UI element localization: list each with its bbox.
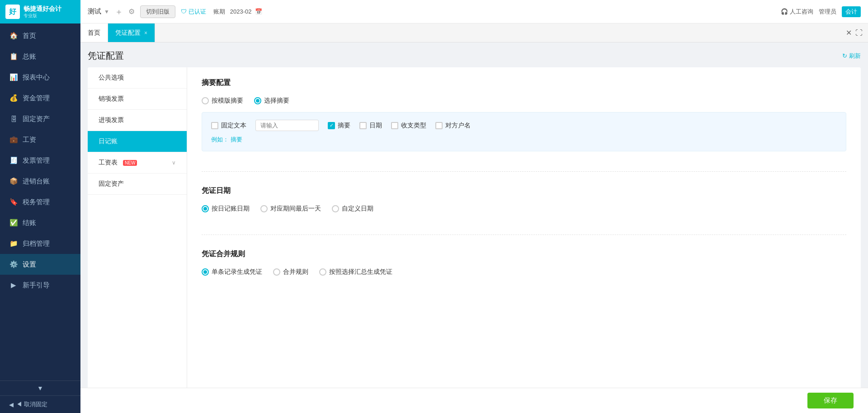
menu-item-fixed-assets[interactable]: 固定资产	[88, 174, 187, 195]
user-label[interactable]: 管理员	[819, 8, 836, 16]
radio-period-last-day-label: 对应期间最后一天	[270, 205, 321, 213]
sidebar-item-archive[interactable]: 📁 归档管理	[0, 233, 80, 254]
assets-icon: 🗄	[9, 114, 18, 123]
checkbox-counterparty-label: 对方户名	[445, 122, 471, 130]
sidebar-label-settings: 设置	[23, 260, 36, 269]
fixed-text-input[interactable]	[255, 120, 319, 131]
radio-aggregate-label: 按照选择汇总生成凭证	[329, 268, 392, 276]
new-badge: NEW	[123, 160, 137, 166]
archive-icon: 📁	[9, 239, 18, 248]
menu-label-public: 公共选项	[99, 74, 124, 82]
header-settings-button[interactable]: ⚙	[128, 7, 135, 16]
close-period-icon: ✅	[9, 218, 18, 227]
sidebar-item-invoice[interactable]: 🧾 发票管理	[0, 150, 80, 171]
radio-period-last-day-circle	[260, 205, 268, 212]
sidebar-item-guide[interactable]: ▶ 新手引导	[0, 275, 80, 296]
sidebar-item-close[interactable]: ✅ 结账	[0, 212, 80, 233]
sidebar-item-report[interactable]: 📊 报表中心	[0, 67, 80, 88]
sidebar-item-tax[interactable]: 🔖 税务管理	[0, 192, 80, 212]
checkbox-summary[interactable]: ✓ 摘要	[328, 122, 350, 130]
radio-period-last-day[interactable]: 对应期间最后一天	[260, 205, 321, 213]
sidebar-label-guide: 新手引导	[23, 281, 50, 290]
checkbox-fixed-text-box	[211, 122, 218, 129]
checkbox-fixed-text[interactable]: 固定文本	[211, 122, 246, 130]
radio-custom-date-label: 自定义日期	[342, 205, 373, 213]
sidebar-item-ledger[interactable]: 📋 总账	[0, 46, 80, 67]
logo-subtitle: 专业版	[24, 13, 61, 19]
add-company-button[interactable]: ＋	[115, 6, 123, 17]
sidebar-item-assets[interactable]: 🗄 固定资产	[0, 108, 80, 129]
old-version-button[interactable]: 切到旧版	[140, 5, 175, 18]
radio-custom-date[interactable]: 自定义日期	[332, 205, 373, 213]
consult-button[interactable]: 🎧 人工咨询	[781, 8, 813, 16]
refresh-button[interactable]: ↻ 刷新	[842, 52, 861, 60]
headset-icon: 🎧	[781, 8, 788, 15]
tab-voucher-config[interactable]: 凭证配置 ×	[108, 23, 155, 42]
save-button[interactable]: 保存	[807, 393, 854, 408]
radio-single-record-circle	[202, 268, 209, 276]
tabs-actions: ✕ ⛶	[840, 23, 868, 42]
radio-template-summary[interactable]: 按模版摘要	[202, 97, 243, 105]
fullscreen-button[interactable]: ⛶	[855, 29, 863, 37]
settings-icon: ⚙️	[9, 260, 18, 269]
sales-icon: 📦	[9, 177, 18, 186]
radio-template-label: 按模版摘要	[212, 97, 243, 105]
certified-label: 已认证	[189, 8, 206, 16]
sidebar-item-salary[interactable]: 💼 工资	[0, 129, 80, 150]
sidebar-label-close: 结账	[23, 219, 36, 227]
radio-journal-date[interactable]: 按日记账日期	[202, 205, 250, 213]
radio-merge-rule-circle	[273, 268, 280, 276]
radio-merge-rule[interactable]: 合并规则	[273, 268, 308, 276]
close-tab-button[interactable]: ✕	[846, 28, 852, 37]
menu-item-purchase-invoice[interactable]: 进项发票	[88, 110, 187, 131]
sidebar-logo: 好 畅捷通好会计 专业版	[0, 0, 80, 23]
merge-section: 凭证合并规则 单条记录生成凭证 合并规则 按照选择汇总生成凭证	[202, 249, 846, 298]
menu-item-journal[interactable]: 日记账	[88, 131, 187, 152]
radio-merge-rule-label: 合并规则	[283, 268, 308, 276]
refresh-label: 刷新	[849, 52, 861, 60]
radio-custom-date-circle	[332, 205, 339, 212]
sidebar: 好 畅捷通好会计 专业版 🏠 首页 📋 总账 📊 报表中心 💰 资金管理 🗄 固…	[0, 0, 80, 413]
sidebar-item-home[interactable]: 🏠 首页	[0, 25, 80, 46]
merge-radio-group: 单条记录生成凭证 合并规则 按照选择汇总生成凭证	[202, 268, 846, 276]
ledger-icon: 📋	[9, 52, 18, 61]
role-badge[interactable]: 会计	[842, 6, 861, 17]
checkbox-income-type-box	[391, 122, 398, 129]
tab-close-button[interactable]: ×	[144, 30, 147, 36]
checkbox-fixed-text-label: 固定文本	[221, 122, 246, 130]
tab-home[interactable]: 首页	[80, 23, 108, 42]
menu-label-purchase-invoice: 进项发票	[99, 116, 124, 124]
checkbox-date[interactable]: 日期	[359, 122, 382, 130]
sidebar-label-assets: 固定资产	[23, 115, 50, 123]
summary-radio-group: 按模版摘要 选择摘要	[202, 97, 846, 105]
sidebar-item-funds[interactable]: 💰 资金管理	[0, 88, 80, 108]
checkbox-income-type[interactable]: 收支类型	[391, 122, 426, 130]
sidebar-nav: 🏠 首页 📋 总账 📊 报表中心 💰 资金管理 🗄 固定资产 💼 工资 🧾 发票…	[0, 23, 80, 380]
sidebar-item-settings[interactable]: ⚙️ 设置	[0, 254, 80, 275]
certified-badge: 🛡 已认证	[181, 8, 206, 16]
menu-item-payroll[interactable]: 工资表 NEW ∨	[88, 152, 187, 174]
radio-journal-date-label: 按日记账日期	[212, 205, 250, 213]
unpin-button[interactable]: ◀ ◀ 取消固定	[0, 395, 80, 413]
pin-icon: ◀	[9, 401, 14, 408]
radio-single-record[interactable]: 单条记录生成凭证	[202, 268, 262, 276]
radio-select-summary[interactable]: 选择摘要	[254, 97, 289, 105]
tax-icon: 🔖	[9, 197, 18, 206]
sidebar-item-sales[interactable]: 📦 进销台账	[0, 171, 80, 192]
main-layout: 凭证配置 ↻ 刷新 公共选项 销项发票 进项发票 日记账	[80, 42, 868, 413]
logo-title: 畅捷通好会计	[24, 5, 61, 13]
page-header: 凭证配置 ↻ 刷新	[88, 50, 861, 62]
invoice-icon: 🧾	[9, 156, 18, 165]
checkbox-counterparty-box	[435, 122, 443, 129]
checkbox-summary-label: 摘要	[338, 122, 350, 130]
company-selector[interactable]: 测试 ▼	[88, 7, 109, 16]
sidebar-label-salary: 工资	[23, 136, 36, 144]
menu-item-sales-invoice[interactable]: 销项发票	[88, 89, 187, 110]
sidebar-scroll-down[interactable]: ▼	[0, 380, 80, 395]
menu-item-public[interactable]: 公共选项	[88, 67, 187, 89]
checkbox-counterparty[interactable]: 对方户名	[435, 122, 471, 130]
tab-home-label: 首页	[88, 29, 100, 37]
menu-label-sales-invoice: 销项发票	[99, 95, 124, 103]
radio-select-label: 选择摘要	[264, 97, 289, 105]
radio-aggregate[interactable]: 按照选择汇总生成凭证	[319, 268, 392, 276]
